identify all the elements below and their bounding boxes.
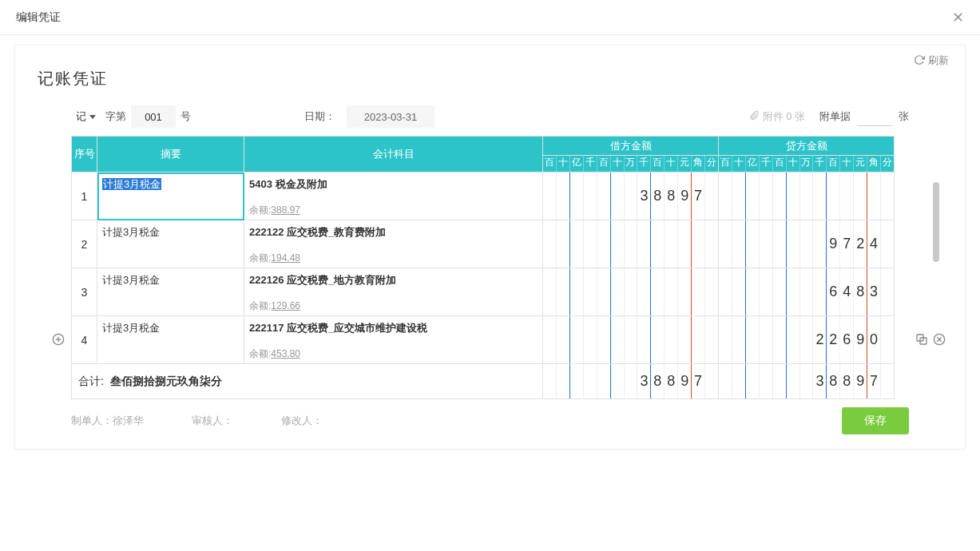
debit-cell[interactable] xyxy=(543,268,719,316)
add-row-icon[interactable] xyxy=(52,333,65,348)
voucher-type-select[interactable]: 记 xyxy=(71,106,101,127)
subject-cell[interactable]: 222122 应交税费_教育费附加余额:194.48 xyxy=(244,220,543,268)
voucher-table: 序号 摘要 会计科目 借方金额 贷方金额 百十亿千百十万千百十元角分 百十亿千百… xyxy=(71,136,895,399)
copy-row-icon[interactable] xyxy=(915,333,928,348)
refresh-label: 刷新 xyxy=(928,54,949,66)
summary-cell[interactable]: 计提3月税金 xyxy=(97,268,244,316)
credit-cell[interactable] xyxy=(719,172,895,220)
total-row: 合计: 叁佰捌拾捌元玖角柒分3889738897 xyxy=(72,364,895,399)
table-row: 2计提3月税金222122 应交税费_教育费附加余额:194.489724 xyxy=(72,220,895,268)
modal-title: 编辑凭证 xyxy=(16,10,61,25)
chevron-down-icon xyxy=(89,115,96,119)
slip-label: 附单据 xyxy=(819,109,851,124)
credit-cell[interactable]: 6483 xyxy=(719,268,895,316)
label-hao: 号 xyxy=(181,109,191,124)
total-label: 合计: 叁佰捌拾捌元玖角柒分 xyxy=(72,364,543,399)
th-subject: 会计科目 xyxy=(244,137,543,172)
th-summary: 摘要 xyxy=(97,137,244,172)
slip-count-input[interactable] xyxy=(857,107,892,126)
table-row: 4计提3月税金222117 应交税费_应交城市维护建设税余额:453.80226… xyxy=(72,316,895,364)
credit-cell[interactable]: 9724 xyxy=(719,220,895,268)
maker-field: 制单人：徐泽华 xyxy=(71,414,144,428)
voucher-type-value: 记 xyxy=(76,109,86,124)
summary-cell[interactable]: 计提3月税金 xyxy=(97,172,244,220)
label-zidi: 字第 xyxy=(105,109,126,124)
total-debit: 38897 xyxy=(543,364,719,399)
subject-cell[interactable]: 5403 税金及附加余额:388.97 xyxy=(244,172,543,220)
debit-cell[interactable] xyxy=(543,316,719,364)
th-index: 序号 xyxy=(72,137,97,172)
voucher-number-input[interactable] xyxy=(131,105,176,128)
attachment-label: 附件 0 张 xyxy=(763,110,805,122)
row-index: 2 xyxy=(72,220,97,268)
slip-unit: 张 xyxy=(899,109,909,124)
row-index: 3 xyxy=(72,268,97,316)
save-button[interactable]: 保存 xyxy=(842,407,909,434)
th-credit: 贷方金额 xyxy=(719,137,895,156)
scrollbar-thumb[interactable] xyxy=(933,182,939,262)
th-credit-digits: 百十亿千百十万千百十元角分 xyxy=(719,156,895,172)
table-row: 1计提3月税金5403 税金及附加余额:388.9738897 xyxy=(72,172,895,220)
delete-row-icon[interactable] xyxy=(933,333,946,348)
debit-cell[interactable] xyxy=(543,220,719,268)
date-label: 日期： xyxy=(304,109,335,124)
auditor-field: 审核人： xyxy=(192,414,233,428)
date-input[interactable] xyxy=(347,105,434,128)
th-debit-digits: 百十亿千百十万千百十元角分 xyxy=(543,156,719,172)
th-debit: 借方金额 xyxy=(543,137,719,156)
refresh-button[interactable]: 刷新 xyxy=(914,54,949,68)
total-credit: 38897 xyxy=(719,364,895,399)
attachment-link[interactable]: 附件 0 张 xyxy=(748,109,805,124)
summary-cell[interactable]: 计提3月税金 xyxy=(97,316,244,364)
debit-cell[interactable]: 38897 xyxy=(543,172,719,220)
page-title: 记账凭证 xyxy=(15,68,965,101)
subject-cell[interactable]: 222117 应交税费_应交城市维护建设税余额:453.80 xyxy=(244,316,543,364)
row-index: 4 xyxy=(72,316,97,364)
credit-cell[interactable]: 22690 xyxy=(719,316,895,364)
summary-cell[interactable]: 计提3月税金 xyxy=(97,220,244,268)
table-row: 3计提3月税金222126 应交税费_地方教育附加余额:129.666483 xyxy=(72,268,895,316)
subject-cell[interactable]: 222126 应交税费_地方教育附加余额:129.66 xyxy=(244,268,543,316)
modifier-field: 修改人： xyxy=(281,414,323,428)
close-icon[interactable]: ✕ xyxy=(952,9,964,26)
row-index: 1 xyxy=(72,172,97,220)
